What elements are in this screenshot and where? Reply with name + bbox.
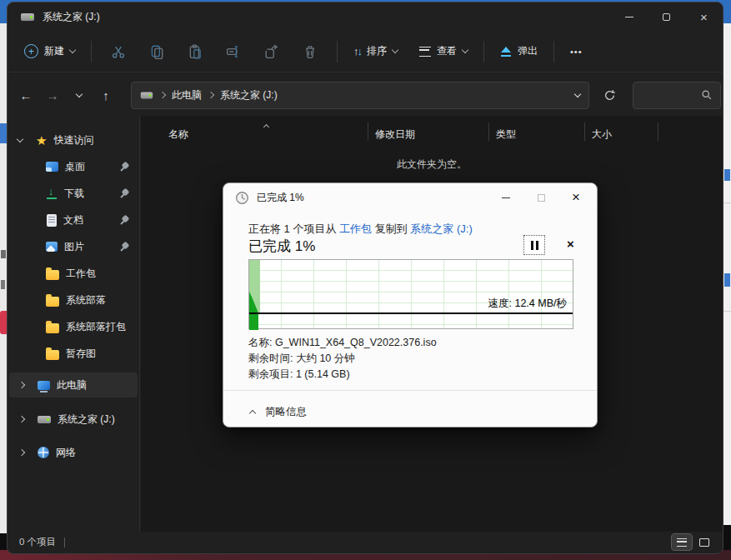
progress-heading: 已完成 1% [248, 237, 315, 256]
view-button[interactable]: 查看 [411, 37, 476, 67]
maximize-icon [663, 13, 670, 21]
new-button[interactable]: + 新建 [16, 37, 83, 67]
chevron-down-icon [76, 90, 83, 97]
copy-destination-link[interactable]: 系统之家 (J:) [410, 222, 472, 235]
column-divider[interactable] [488, 122, 489, 141]
sort-button[interactable]: ↑↓ 排序 [345, 37, 406, 67]
more-options-button[interactable]: ••• [562, 37, 591, 67]
chevron-down-icon [392, 47, 398, 53]
dialog-close-button[interactable]: × [558, 185, 593, 210]
column-divider[interactable] [584, 122, 585, 141]
column-divider[interactable] [368, 122, 368, 141]
sidebar-item-folder-xitongbuluo[interactable]: 系统部落 [9, 288, 138, 312]
column-divider[interactable] [658, 122, 658, 141]
copy-source-link[interactable]: 工作包 [339, 222, 372, 235]
dialog-maximize-button[interactable] [523, 185, 558, 210]
sidebar-item-label: 下载 [64, 187, 84, 201]
sidebar-item-label: 桌面 [65, 160, 85, 174]
folder-icon [46, 297, 59, 307]
divider [223, 390, 597, 391]
sidebar-item-documents[interactable]: 文档 [9, 208, 138, 232]
drive-icon [141, 92, 153, 98]
cut-icon [111, 44, 126, 59]
document-icon [47, 214, 57, 227]
dialog-minimize-button[interactable] [488, 185, 523, 210]
column-header-type[interactable]: 类型 [496, 128, 516, 142]
large-icons-view-button[interactable] [694, 534, 714, 550]
sort-label: 排序 [367, 44, 387, 58]
pause-button[interactable] [523, 235, 545, 255]
empty-folder-message: 此文件夹为空。 [141, 158, 723, 172]
navigation-bar: ← → ↑ 此电脑 系统之家 (J:) [8, 74, 723, 116]
chevron-right-icon [18, 416, 25, 422]
breadcrumb-drive[interactable]: 系统之家 (J:) [220, 88, 278, 102]
refresh-icon [603, 89, 616, 102]
fewer-details-toggle[interactable]: 简略信息 [250, 402, 307, 422]
maximize-icon [538, 194, 545, 202]
pin-icon [119, 242, 129, 252]
search-input[interactable] [633, 82, 721, 109]
search-icon [701, 89, 713, 101]
fewer-details-label: 简略信息 [265, 405, 307, 419]
close-button[interactable]: × [685, 2, 723, 31]
column-header-name[interactable]: 名称 [168, 128, 188, 142]
folder-icon [46, 350, 59, 360]
sidebar-item-pictures[interactable]: 图片 [9, 234, 138, 259]
background-fragment [1, 250, 6, 258]
sidebar-item-label: 此电脑 [57, 378, 87, 392]
window-title: 系统之家 (J:) [43, 10, 100, 24]
details-view-button[interactable] [672, 534, 692, 550]
chevron-right-icon [18, 449, 25, 456]
sidebar-item-label: 工作包 [66, 267, 96, 281]
eject-button[interactable]: 弹出 [492, 37, 546, 67]
new-plus-icon: + [24, 44, 38, 58]
refresh-button[interactable] [596, 82, 623, 108]
cancel-copy-button[interactable]: × [567, 237, 574, 251]
recent-locations-button[interactable] [66, 82, 93, 108]
sidebar-item-label: 系统部落 [66, 293, 106, 308]
divider [64, 538, 65, 548]
forward-button[interactable]: → [39, 82, 66, 108]
address-dropdown-icon[interactable] [574, 90, 581, 97]
rename-button[interactable] [214, 37, 253, 67]
sidebar-item-network[interactable]: 网络 [9, 440, 138, 465]
minimize-button[interactable] [610, 2, 648, 31]
sidebar-item-this-pc[interactable]: 此电脑 [9, 372, 138, 398]
sidebar-item-downloads[interactable]: 下载 [9, 181, 138, 206]
sidebar-item-label: 快速访问 [53, 133, 93, 148]
pin-icon [119, 162, 129, 172]
sidebar-item-label: 文档 [63, 213, 83, 228]
network-icon [38, 447, 49, 458]
up-button[interactable]: ↑ [93, 82, 119, 108]
back-button[interactable]: ← [13, 82, 39, 108]
column-header-date[interactable]: 修改日期 [375, 128, 415, 142]
background-fragment [724, 169, 730, 181]
share-button[interactable] [253, 37, 291, 67]
details-view-icon [677, 538, 687, 547]
sidebar-item-label: 图片 [64, 240, 84, 254]
paste-button[interactable] [176, 37, 214, 67]
copy-button[interactable] [138, 37, 176, 67]
graph-baseline [249, 312, 573, 314]
sidebar-item-folder-xitongbuluo-daba[interactable]: 系统部落打包 [9, 314, 138, 339]
trash-icon [303, 44, 318, 59]
minimize-icon [502, 198, 510, 198]
copy-prefix: 正在将 1 个项目从 [248, 222, 336, 235]
breadcrumb-this-pc[interactable]: 此电脑 [172, 88, 202, 102]
sidebar-item-folder-zancuntu[interactable]: 暂存图 [9, 341, 138, 366]
sidebar-item-drive-j[interactable]: 系统之家 (J:) [9, 407, 138, 432]
sidebar-item-folder-gongzuobao[interactable]: 工作包 [9, 261, 138, 286]
rename-icon [226, 44, 241, 59]
maximize-button[interactable] [648, 2, 685, 31]
pin-icon [119, 188, 129, 198]
new-label: 新建 [44, 44, 64, 58]
cut-button[interactable] [99, 37, 138, 67]
eject-label: 弹出 [518, 44, 538, 58]
sidebar-item-desktop[interactable]: 桌面 [9, 154, 138, 179]
address-bar[interactable]: 此电脑 系统之家 (J:) [131, 82, 589, 109]
column-header-size[interactable]: 大小 [592, 128, 612, 142]
delete-button[interactable] [291, 37, 329, 67]
detail-items-remaining: 剩余项目: 1 (5.14 GB) [248, 367, 437, 382]
sidebar-item-quick-access[interactable]: ★ 快速访问 [9, 128, 138, 152]
drive-icon [21, 13, 34, 21]
